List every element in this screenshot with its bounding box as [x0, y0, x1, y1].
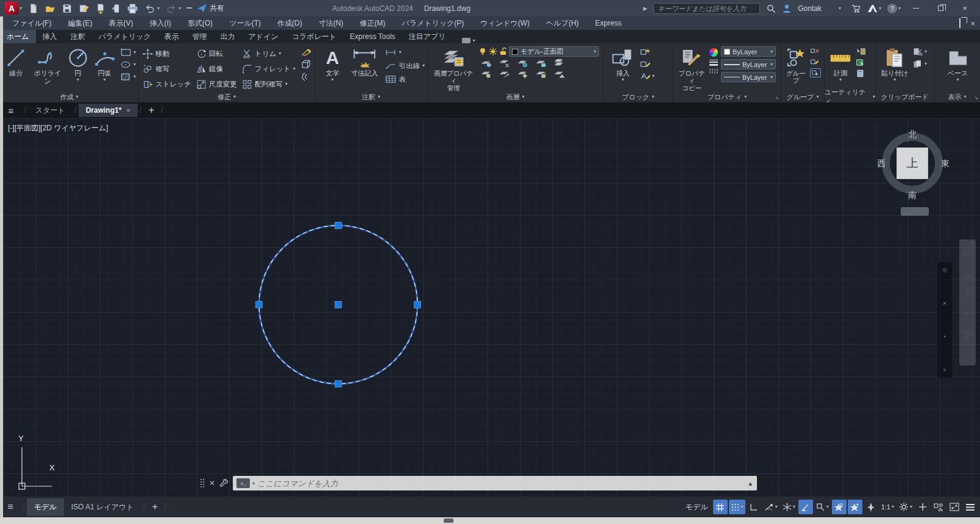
anchored-palette-bar[interactable]: ◎ ✕ ▪ ≡: [937, 262, 952, 378]
workspace-switching-button[interactable]: ▾: [897, 500, 914, 514]
palette-menu-icon[interactable]: ≡: [943, 367, 946, 373]
panel-label-properties[interactable]: プロパティ▾↘: [673, 91, 781, 102]
insert-block-button[interactable]: 挿入 ▾: [611, 46, 635, 91]
edit-attributes-button[interactable]: ▾: [640, 72, 655, 80]
leader-button[interactable]: 引出線▾: [385, 60, 425, 72]
annotation-visibility-toggle[interactable]: [832, 500, 847, 514]
panel-label-block[interactable]: ブロック▾: [603, 91, 673, 102]
trim-flyout-icon[interactable]: ▾: [279, 51, 281, 56]
menu-express[interactable]: Express: [595, 19, 622, 27]
calculator-button[interactable]: [856, 69, 866, 77]
zoom-extents-icon[interactable]: [963, 285, 973, 295]
fillet-button[interactable]: フィレット▾: [242, 62, 296, 76]
doc-restore-button[interactable]: [959, 19, 960, 27]
print-button[interactable]: [127, 3, 138, 14]
osnap-tracking-toggle[interactable]: [798, 500, 813, 514]
panel-label-groups[interactable]: グループ▾: [781, 91, 824, 102]
new-file-button[interactable]: [28, 3, 39, 14]
minimize-button[interactable]: [907, 0, 925, 16]
grip-quadrant-top[interactable]: [335, 222, 342, 229]
quick-calc-select-button[interactable]: [856, 58, 866, 66]
ribbon-tab-insert[interactable]: 挿入: [36, 30, 64, 43]
stretch-button[interactable]: ストレッチ: [143, 77, 191, 91]
object-color-dropdown[interactable]: ByLayer▾: [721, 46, 776, 57]
ribbon-tab-express-tools[interactable]: Express Tools: [343, 30, 402, 43]
mobile-sync-button[interactable]: [112, 3, 121, 14]
app-logo-icon[interactable]: A: [5, 2, 18, 15]
ribbon-tab-parametric[interactable]: パラメトリック: [92, 30, 158, 43]
annotation-scale-value[interactable]: 1:1▾: [879, 500, 896, 514]
menu-format[interactable]: 形式(O): [188, 18, 213, 29]
search-expand-icon[interactable]: ▶: [643, 5, 647, 12]
drawing-canvas[interactable]: [-][平面図][2D ワイヤフレーム] 北 西 上 東 南 WCS▾ ◎ ✕ …: [3, 118, 980, 497]
command-recent-chevron-icon[interactable]: ▾: [252, 481, 255, 486]
layer-unisolate-button[interactable]: [499, 59, 511, 68]
close-button[interactable]: ×: [956, 0, 974, 16]
measure-button[interactable]: 計測 ▾: [828, 46, 853, 91]
file-tabs-menu-button[interactable]: ≡: [0, 105, 22, 116]
ribbon-tab-manage[interactable]: 管理: [186, 30, 214, 43]
layer-unlock-icon[interactable]: [500, 48, 506, 55]
line-button[interactable]: 線分: [4, 46, 29, 91]
layout-tab-model[interactable]: モデル: [27, 498, 64, 516]
isodraft-toggle[interactable]: ▾: [781, 500, 797, 514]
user-name[interactable]: Gontak: [798, 4, 822, 13]
arc-flyout-icon[interactable]: ▾: [104, 77, 106, 82]
offset-button[interactable]: [300, 72, 313, 82]
panel-label-view[interactable]: 表示▾↘: [934, 91, 980, 102]
show-motion-icon[interactable]: [963, 330, 973, 340]
erase-button[interactable]: [300, 48, 313, 57]
viewcube-top-face[interactable]: 上: [897, 147, 928, 179]
ribbon-tab-addins[interactable]: アドイン: [242, 30, 285, 43]
layout-menu-button[interactable]: ≡: [0, 501, 21, 512]
trim-button[interactable]: トリム▾: [242, 46, 296, 61]
grid-toggle[interactable]: [713, 500, 728, 514]
ungroup-button[interactable]: [810, 48, 821, 55]
linetype-dropdown[interactable]: ByLayer▾: [721, 72, 776, 82]
grip-quadrant-left[interactable]: [256, 302, 263, 308]
panel-label-modify[interactable]: 修正▾: [139, 91, 314, 102]
navbar-chevron-icon[interactable]: ▾: [967, 263, 968, 267]
orbit-icon[interactable]: [963, 308, 973, 317]
command-close-icon[interactable]: ✕: [209, 479, 215, 487]
new-layout-button[interactable]: +: [147, 501, 162, 512]
tab-drawing1[interactable]: Drawing1*×: [79, 104, 138, 117]
leader-flyout-icon[interactable]: ▾: [422, 63, 425, 68]
restore-button[interactable]: [931, 0, 950, 16]
menu-insert[interactable]: 挿入(I): [149, 18, 171, 29]
navbar-chevron-icon[interactable]: ▾: [967, 299, 968, 303]
layer-select-dropdown[interactable]: モデル-正面図 ▾: [509, 46, 599, 57]
layer-lock-button[interactable]: [535, 59, 547, 68]
command-history-expand-icon[interactable]: ▲: [747, 480, 753, 487]
color-wheel-icon[interactable]: [709, 48, 718, 57]
group-button[interactable]: グループ: [784, 46, 808, 91]
open-file-button[interactable]: [44, 3, 56, 14]
command-customize-wrench-icon[interactable]: [219, 479, 229, 488]
save-as-button[interactable]: [78, 3, 90, 14]
layer-freeze-button[interactable]: [517, 59, 529, 68]
annotation-scale-icon[interactable]: [864, 500, 878, 514]
navigation-wheel-icon[interactable]: [962, 248, 973, 258]
tab-close-icon[interactable]: ×: [126, 107, 130, 114]
view-dialog-launcher-icon[interactable]: ↘: [974, 95, 978, 101]
dim-linear-flyout-icon[interactable]: ▾: [399, 50, 401, 55]
ribbon-tab-output[interactable]: 出力: [214, 30, 242, 43]
new-drawing-tab-button[interactable]: +: [144, 105, 159, 116]
mirror-button[interactable]: 鏡像: [196, 62, 237, 76]
layer-off-button[interactable]: [480, 70, 492, 79]
menu-draw[interactable]: 作成(D): [277, 18, 302, 29]
doc-close-button[interactable]: ×: [970, 19, 975, 28]
layer-unlock-all-button[interactable]: [535, 70, 547, 79]
quick-select-button[interactable]: [856, 48, 866, 55]
circle-button[interactable]: 円 ▾: [66, 46, 89, 91]
wcs-dropdown[interactable]: WCS▾: [901, 207, 929, 216]
layer-match-button[interactable]: [499, 70, 511, 79]
table-button[interactable]: 表: [385, 73, 425, 85]
layer-thaw-icon[interactable]: [489, 48, 497, 55]
array-flyout-icon[interactable]: ▾: [285, 82, 288, 87]
viewcube[interactable]: 北 西 上 東 南 WCS▾: [873, 122, 958, 221]
ribbon-tab-home[interactable]: ホーム: [0, 30, 36, 43]
user-avatar-icon[interactable]: [782, 4, 792, 13]
match-properties-button[interactable]: プロパティ コピー: [677, 46, 706, 91]
dimension-button[interactable]: 寸法記入: [349, 46, 381, 91]
